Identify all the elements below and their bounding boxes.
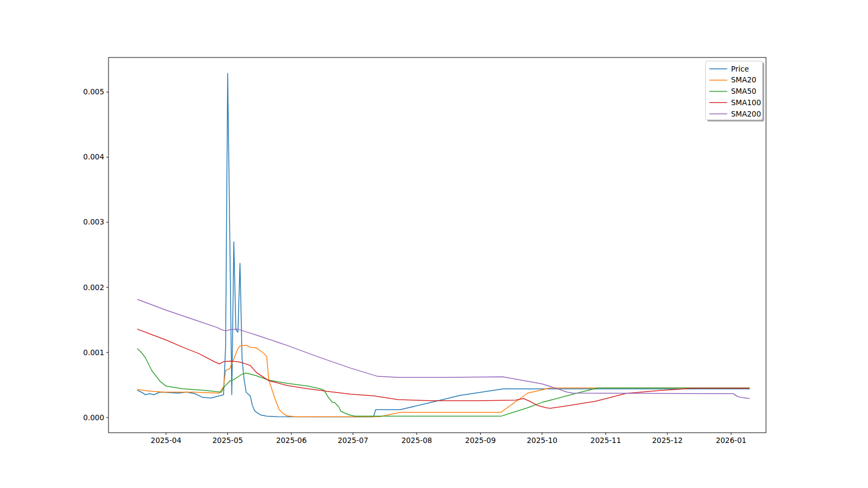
legend-label-sma100: SMA100 xyxy=(731,98,761,107)
y-axis: 0.0000.0010.0020.0030.0040.005 xyxy=(83,87,108,421)
y-tick-label: 0.001 xyxy=(83,348,104,357)
x-tick-label: 2025-06 xyxy=(276,436,307,445)
price-sma-line-chart: 2025-042025-052025-062025-072025-082025-… xyxy=(0,0,868,488)
x-tick-label: 2025-08 xyxy=(401,436,432,445)
y-tick-label: 0.005 xyxy=(83,87,104,96)
plot-border xyxy=(108,57,766,433)
y-tick-label: 0.003 xyxy=(83,217,104,226)
x-tick-label: 2026-01 xyxy=(716,436,746,445)
y-tick-label: 0.002 xyxy=(83,283,104,292)
plot-area xyxy=(108,57,766,433)
x-tick-label: 2025-12 xyxy=(652,436,682,445)
x-tick-label: 2025-09 xyxy=(465,436,495,445)
x-tick-label: 2025-11 xyxy=(590,436,621,445)
x-tick-label: 2025-10 xyxy=(527,436,557,445)
y-tick-label: 0.004 xyxy=(83,152,104,161)
x-tick-label: 2025-07 xyxy=(338,436,368,445)
legend-label-sma200: SMA200 xyxy=(731,110,761,118)
legend-label-sma20: SMA20 xyxy=(731,75,757,84)
x-tick-label: 2025-04 xyxy=(151,436,181,445)
legend-label-sma50: SMA50 xyxy=(731,87,757,95)
legend-label-price: Price xyxy=(731,65,749,73)
x-axis: 2025-042025-052025-062025-072025-082025-… xyxy=(151,433,746,445)
y-tick-label: 0.000 xyxy=(83,413,104,422)
x-tick-label: 2025-05 xyxy=(212,436,242,445)
legend: PriceSMA20SMA50SMA100SMA200 xyxy=(706,61,764,122)
chart-figure: 2025-042025-052025-062025-072025-082025-… xyxy=(0,0,868,488)
